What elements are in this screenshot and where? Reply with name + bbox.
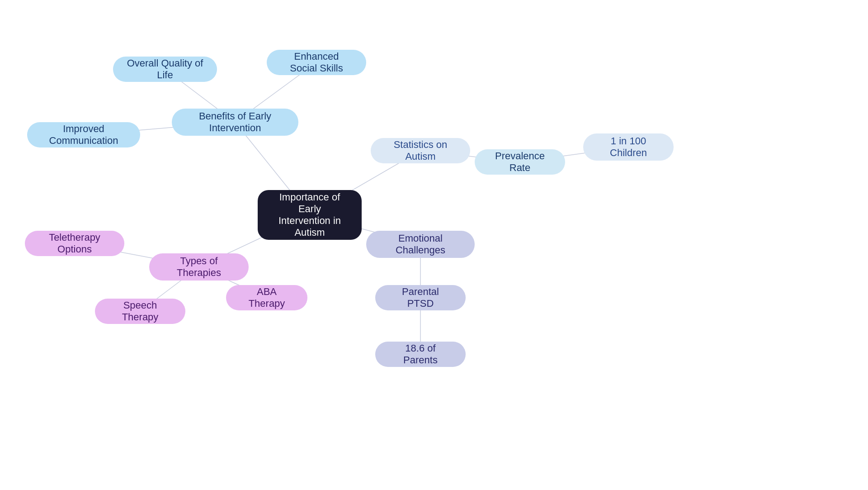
parents-node[interactable]: 18.6 of Parents [375, 342, 466, 367]
therapies-node[interactable]: Types of Therapies [149, 253, 249, 281]
teletherapy-node[interactable]: Teletherapy Options [25, 231, 124, 256]
center-node[interactable]: Importance of Early Intervention in Auti… [258, 190, 362, 240]
in100-node[interactable]: 1 in 100 Children [583, 133, 674, 161]
statistics-node[interactable]: Statistics on Autism [371, 138, 470, 163]
social-node[interactable]: Enhanced Social Skills [267, 50, 366, 75]
aba-node[interactable]: ABA Therapy [226, 285, 307, 310]
emotional-node[interactable]: Emotional Challenges [366, 231, 475, 258]
benefits-node[interactable]: Benefits of Early Intervention [172, 109, 298, 136]
speech-node[interactable]: Speech Therapy [95, 299, 185, 324]
quality-node[interactable]: Overall Quality of Life [113, 57, 217, 82]
ptsd-node[interactable]: Parental PTSD [375, 285, 466, 310]
prevalence-node[interactable]: Prevalence Rate [475, 149, 565, 175]
communication-node[interactable]: Improved Communication [27, 122, 140, 147]
